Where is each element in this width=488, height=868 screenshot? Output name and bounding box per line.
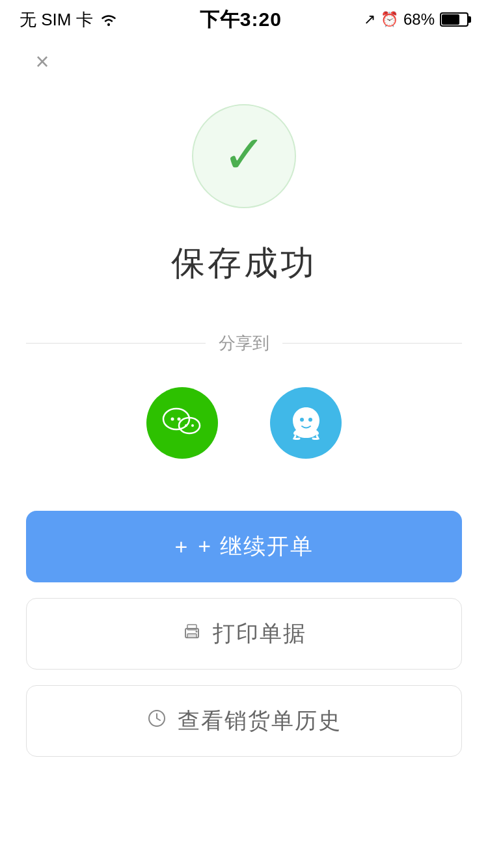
svg-rect-10 <box>187 634 197 638</box>
status-time: 下午3:20 <box>200 7 282 33</box>
status-bar: 无 SIM 卡 下午3:20 ↗ ⏰ 68% <box>0 0 488 39</box>
nav-icon: ↗ <box>364 11 375 28</box>
svg-point-6 <box>191 424 194 427</box>
main-content: ✓ 保存成功 分享到 <box>0 39 488 757</box>
svg-point-3 <box>177 417 180 420</box>
svg-point-0 <box>107 23 110 26</box>
printer-icon <box>182 621 202 647</box>
share-label: 分享到 <box>219 332 269 355</box>
svg-point-7 <box>300 418 304 422</box>
plus-icon: + <box>174 534 187 560</box>
close-icon: × <box>35 50 49 74</box>
carrier-text: 无 SIM 卡 <box>20 8 93 31</box>
battery-icon <box>440 12 468 27</box>
history-button[interactable]: 查看销货单历史 <box>26 685 462 757</box>
wifi-icon <box>100 12 118 27</box>
share-icons <box>26 387 462 459</box>
svg-point-8 <box>308 418 312 422</box>
print-label: 打印单据 <box>213 619 306 649</box>
print-button[interactable]: 打印单据 <box>26 598 462 670</box>
continue-order-button[interactable]: + + 继续开单 <box>26 511 462 582</box>
success-circle: ✓ <box>192 104 296 208</box>
share-divider: 分享到 <box>26 332 462 355</box>
clock-icon <box>146 708 167 734</box>
alarm-icon: ⏰ <box>381 11 398 28</box>
status-right: ↗ ⏰ 68% <box>364 10 468 29</box>
svg-point-5 <box>185 424 187 427</box>
action-buttons: + + 继续开单 打印单据 查看销货单历史 <box>0 511 488 757</box>
status-carrier: 无 SIM 卡 <box>20 8 118 31</box>
success-title: 保存成功 <box>171 241 317 286</box>
history-label: 查看销货单历史 <box>178 706 342 736</box>
qq-share-button[interactable] <box>270 387 342 459</box>
continue-order-label: + 继续开单 <box>198 532 313 562</box>
checkmark-icon: ✓ <box>223 129 266 181</box>
wechat-share-button[interactable] <box>146 387 218 459</box>
wechat-icon <box>161 402 204 444</box>
svg-point-2 <box>170 417 174 420</box>
qq-icon <box>285 402 327 444</box>
svg-point-12 <box>196 631 198 632</box>
battery-text: 68% <box>403 10 435 29</box>
close-button[interactable]: × <box>26 46 59 78</box>
share-section: 分享到 <box>0 332 488 459</box>
